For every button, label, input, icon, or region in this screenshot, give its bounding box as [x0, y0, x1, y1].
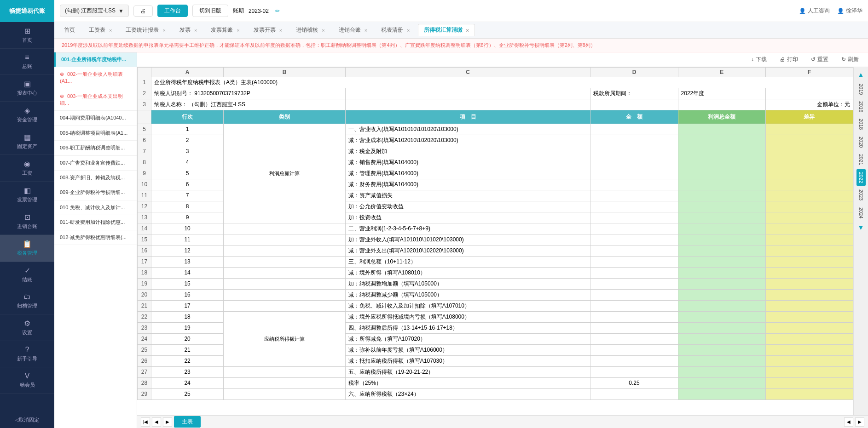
- year-down-arrow[interactable]: ▼: [856, 222, 866, 233]
- year-item-2018[interactable]: 2018: [856, 116, 866, 132]
- sidebar-item-settlement[interactable]: ✓ 结账: [0, 262, 54, 288]
- company-name-cell: 纳税人名称： （勾删）江西服宝-LSS: [151, 99, 346, 110]
- taxpayer-id-cell: 纳税人识别号： 91320500703719732P: [151, 88, 346, 99]
- tab-invoice-open[interactable]: 发票开票 ×: [248, 24, 288, 36]
- sheet-tabs-bar: |◀ ◀ ▶ 主表 ◀ ▶: [137, 415, 868, 428]
- table-row: 1 企业所得税年度纳税申报表（A类）主表(A100000): [138, 77, 853, 88]
- sidebar-item-invoice-mgmt[interactable]: ◧ 发票管理: [0, 182, 54, 208]
- year-item-2020[interactable]: 2020: [856, 134, 866, 150]
- header-category-col: 类别: [224, 110, 346, 124]
- tab-invoice-calc-label: 发票算账: [211, 26, 233, 34]
- tab-tax-clearance-label: 税表清册: [381, 26, 403, 34]
- sidebar-item-reports[interactable]: ▣ 报表中心: [0, 75, 54, 102]
- tab-tax-calc[interactable]: 所得税汇算清缴 ×: [418, 24, 475, 36]
- currency-label-cell: 金额单位：元: [765, 99, 853, 110]
- tab-purchase-check-close[interactable]: ×: [322, 28, 324, 33]
- sheet-first-btn[interactable]: |◀: [141, 417, 150, 427]
- sidebar-item-member[interactable]: V 畅会员: [0, 367, 54, 394]
- period-edit-icon[interactable]: ✏: [275, 8, 280, 14]
- left-panel-item-012[interactable]: 012-减免所得税优惠明细表(...: [54, 230, 137, 245]
- tab-tax-calc-close[interactable]: ×: [466, 28, 469, 33]
- year-item-2016[interactable]: 2016: [856, 98, 866, 115]
- sheet-prev-btn[interactable]: ◀: [152, 417, 161, 427]
- tab-tax-clearance-close[interactable]: ×: [407, 28, 410, 33]
- sidebar-item-settings[interactable]: ⚙ 设置: [0, 314, 54, 341]
- switch-version-button[interactable]: 切到旧版: [192, 5, 228, 17]
- tab-tax-clearance[interactable]: 税表清册 ×: [375, 24, 416, 36]
- company-selector[interactable]: (勾删) 江西服宝-LSS ▼: [60, 5, 129, 17]
- sheet-next-btn[interactable]: ▶: [163, 417, 172, 427]
- sidebar-item-tax[interactable]: 📋 税务管理: [0, 235, 54, 262]
- item-009-label: 009-企业所得税补亏损明细...: [60, 189, 125, 195]
- tab-home-label: 首页: [64, 26, 75, 34]
- dropdown-icon: ▼: [118, 8, 124, 14]
- tab-invoice[interactable]: 发票 ×: [174, 24, 203, 36]
- left-panel-item-002[interactable]: ⊗ 002-一般企业收入明细表(A1...: [54, 67, 137, 89]
- row-num-cell: 3: [138, 99, 151, 110]
- category-profit-cell: 利润总额计算: [224, 124, 346, 223]
- left-panel-item-008[interactable]: 008-资产折旧、摊销及纳税...: [54, 171, 137, 185]
- tab-payroll-stats-close[interactable]: ×: [162, 28, 165, 33]
- download-label: 下载: [756, 56, 767, 63]
- left-panel-item-010[interactable]: 010-免税、减计收入及加计...: [54, 200, 137, 215]
- tab-invoice-calc[interactable]: 发票算账 ×: [205, 24, 245, 36]
- company-label: (勾删) 江西服宝-LSS: [65, 7, 116, 15]
- download-button[interactable]: ↓ 下载: [747, 54, 770, 65]
- guide-icon: ?: [25, 346, 29, 354]
- ai-label: 人工咨询: [808, 7, 830, 15]
- sidebar-item-home[interactable]: ⊞ 首页: [0, 22, 54, 49]
- print-button[interactable]: 🖨 打印: [776, 54, 802, 65]
- left-panel-item-007[interactable]: 007-广告费和业务宣传費跌...: [54, 156, 137, 171]
- sidebar-item-assets[interactable]: ▦ 固定资产: [0, 128, 54, 155]
- user-profile[interactable]: 👤 徐泽华: [837, 7, 862, 15]
- tab-payroll-stats[interactable]: 工资统计报表 ×: [120, 24, 171, 36]
- tab-invoice-calc-close[interactable]: ×: [237, 28, 239, 33]
- tab-payroll-close[interactable]: ×: [109, 28, 112, 33]
- user-avatar-icon: 👤: [837, 8, 844, 14]
- username-label: 徐泽华: [846, 7, 862, 15]
- sidebar-item-ledger[interactable]: ≡ 总账: [0, 49, 54, 75]
- scroll-left-btn[interactable]: ◀: [844, 417, 853, 427]
- sheet-area[interactable]: A B C D E F: [137, 67, 853, 416]
- item-006-label: 006-职工薪酬纳税调整明细...: [60, 145, 125, 150]
- tab-invoice-open-close[interactable]: ×: [279, 28, 282, 33]
- left-panel-item-004[interactable]: 004-期间费用明细表(A1040...: [54, 111, 137, 126]
- app-logo: 畅捷通易代账: [0, 0, 54, 22]
- spreadsheet-table: A B C D E F: [137, 67, 853, 400]
- left-panel-item-005[interactable]: 005-纳税调整项目明细表(A1...: [54, 126, 137, 141]
- sidebar-item-guide[interactable]: ? 新手引导: [0, 341, 54, 367]
- tab-purchase-ledger-close[interactable]: ×: [365, 28, 367, 33]
- left-panel-item-001[interactable]: 001-企业所得税年度纳税申...: [54, 52, 137, 67]
- sidebar-item-payroll[interactable]: ◉ 工资: [0, 155, 54, 182]
- sidebar-item-purchase[interactable]: ⊡ 进销台账: [0, 208, 54, 235]
- left-panel-item-006[interactable]: 006-职工薪酬纳税调整明细...: [54, 141, 137, 155]
- left-panel-item-011[interactable]: 011-研发费用加计扣除优惠...: [54, 215, 137, 230]
- tab-payroll[interactable]: 工资表 ×: [83, 24, 118, 36]
- ai-consult-button[interactable]: 👤 人工咨询: [799, 7, 830, 15]
- year-item-2021[interactable]: 2021: [856, 151, 866, 168]
- table-row: 14 10 二、营业利润(1-2-3-4-5-6-7+8+9): [138, 223, 853, 234]
- reset-button[interactable]: ↺ 重置: [807, 54, 832, 65]
- unpin-button[interactable]: ◁ 取消固定: [0, 412, 54, 428]
- sheet-tab-main[interactable]: 主表: [174, 416, 201, 428]
- left-panel-item-009[interactable]: 009-企业所得税补亏损明细...: [54, 185, 137, 200]
- sidebar-item-label: 资金管理: [17, 116, 37, 123]
- year-item-2019[interactable]: 2019: [856, 81, 866, 97]
- year-item-2023[interactable]: 2023: [856, 187, 866, 203]
- year-item-2022[interactable]: 2022: [856, 169, 866, 186]
- tab-purchase-check[interactable]: 进销稽核 ×: [290, 24, 330, 36]
- workbench-button[interactable]: 工作台: [157, 5, 188, 17]
- year-item-2024[interactable]: 2024: [856, 205, 866, 221]
- refresh-button[interactable]: ↻ 刷新: [838, 54, 862, 65]
- refresh-icon: ↻: [841, 56, 846, 63]
- tab-invoice-close[interactable]: ×: [194, 28, 197, 33]
- tab-purchase-ledger[interactable]: 进销台账 ×: [333, 24, 373, 36]
- sidebar-item-capital[interactable]: ◈ 资金管理: [0, 102, 54, 128]
- sidebar-item-archive[interactable]: 🗂 归档管理: [0, 288, 54, 314]
- scroll-right-btn[interactable]: ▶: [855, 417, 864, 427]
- tab-home[interactable]: 首页: [58, 24, 81, 36]
- year-up-arrow[interactable]: ▲: [856, 69, 866, 80]
- print-icon: 🖨: [780, 56, 785, 63]
- left-panel-item-003[interactable]: ⊗ 003-一般企业成本支出明细...: [54, 89, 137, 111]
- print-icon-btn[interactable]: 🖨: [133, 6, 153, 17]
